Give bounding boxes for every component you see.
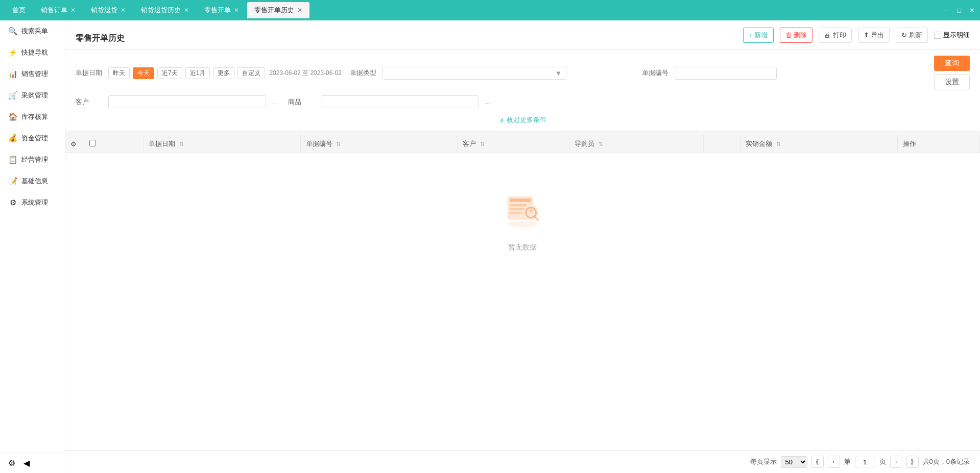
- maximize-button[interactable]: □: [957, 7, 961, 14]
- collapse-button[interactable]: ∧ 收起更多条件: [499, 115, 546, 125]
- tab-close-5[interactable]: ✕: [297, 7, 302, 14]
- product-input[interactable]: [321, 95, 479, 108]
- sidebar-icon-8: ⚙: [8, 198, 17, 207]
- collapse-label: 收起更多条件: [507, 115, 546, 125]
- sidebar-label-7: 基础信息: [21, 177, 48, 186]
- tab-2[interactable]: 销货退货 ✕: [84, 2, 133, 18]
- date-range-display: 2023-06-02 至 2023-06-02: [269, 69, 341, 78]
- display-toggle[interactable]: 显示明细: [934, 31, 970, 40]
- sidebar-item-2[interactable]: 📊销售管理: [0, 63, 65, 85]
- close-button[interactable]: ✕: [969, 7, 975, 14]
- print-button[interactable]: 🖨 打印: [819, 28, 852, 43]
- query-button[interactable]: 查询: [934, 56, 970, 71]
- customer-dots[interactable]: ...: [270, 98, 280, 106]
- empty-text: 暂无数据: [508, 243, 537, 252]
- filter-row-1: 单据日期 昨天今天近7天近1月更多自定义 2023-06-02 至 2023-0…: [76, 56, 970, 90]
- next-page-btn[interactable]: ›: [890, 456, 902, 468]
- number-label: 单据编号: [642, 68, 671, 78]
- date-btn-昨天[interactable]: 昨天: [108, 67, 130, 79]
- th-action: 操作: [897, 135, 979, 153]
- th-guide[interactable]: 导购员 ⇅: [569, 135, 703, 153]
- content-area: 零售开单历史 + 新增 🗑 删除 🖨 打印 ⬆ 导出 ↻ 刷新 显示明细 单据日…: [65, 20, 980, 473]
- date-buttons: 昨天今天近7天近1月更多自定义: [108, 67, 265, 79]
- tab-label-4: 零售开单: [204, 6, 231, 15]
- page-number-input[interactable]: 1: [855, 457, 875, 467]
- svg-rect-3: [510, 204, 527, 206]
- refresh-button[interactable]: ↻ 刷新: [896, 28, 928, 43]
- page-header: 零售开单历史 + 新增 🗑 删除 🖨 打印 ⬆ 导出 ↻ 刷新 显示明细: [65, 20, 980, 49]
- settings-icon[interactable]: ⚙: [8, 458, 15, 468]
- th-date[interactable]: 单据日期 ⇅: [144, 135, 301, 153]
- tab-close-4[interactable]: ✕: [234, 7, 239, 14]
- page-title: 零售开单历史: [76, 33, 125, 44]
- tab-close-1[interactable]: ✕: [70, 7, 76, 14]
- th-checkbox[interactable]: [84, 135, 144, 153]
- number-filter-group: 单据编号: [642, 67, 926, 80]
- th-customer[interactable]: 客户 ⇅: [458, 135, 569, 153]
- export-button[interactable]: ⬆ 导出: [858, 28, 890, 43]
- tab-0[interactable]: 首页: [5, 2, 33, 18]
- per-page-select[interactable]: 50 100 200: [781, 456, 807, 468]
- th-amount[interactable]: 实销金额 ⇅: [740, 135, 897, 153]
- th-number[interactable]: 单据编号 ⇅: [300, 135, 458, 153]
- sidebar-item-3[interactable]: 🛒采购管理: [0, 85, 65, 106]
- sidebar: 🔍搜索采单⚡快捷导航📊销售管理🛒采购管理🏠库存核算💰资金管理📋经营管理📝基础信息…: [0, 20, 65, 473]
- sidebar-item-0[interactable]: 🔍搜索采单: [0, 20, 65, 42]
- table-area: ⚙ 单据日期 ⇅ 单据编号 ⇅ 客户 ⇅: [65, 135, 980, 450]
- th-customer-sort: ⇅: [480, 141, 485, 147]
- th-amount-sort: ⇅: [776, 141, 781, 147]
- tab-label-1: 销售订单: [41, 6, 67, 15]
- date-btn-今天[interactable]: 今天: [133, 67, 154, 79]
- number-input[interactable]: [675, 67, 777, 80]
- customer-input[interactable]: [108, 95, 266, 108]
- date-btn-更多[interactable]: 更多: [213, 67, 234, 79]
- prev-page-btn[interactable]: ‹: [828, 456, 840, 468]
- collapse-sidebar-icon[interactable]: ◀: [23, 458, 30, 468]
- svg-rect-5: [510, 212, 521, 214]
- sidebar-item-7[interactable]: 📝基础信息: [0, 170, 65, 192]
- display-checkbox[interactable]: [934, 32, 941, 39]
- date-btn-自定义[interactable]: 自定义: [237, 67, 265, 79]
- filter-area: 单据日期 昨天今天近7天近1月更多自定义 2023-06-02 至 2023-0…: [65, 49, 980, 131]
- svg-point-0: [508, 221, 537, 228]
- sidebar-icon-1: ⚡: [8, 48, 17, 57]
- th-number-label: 单据编号: [306, 140, 332, 147]
- sidebar-label-6: 经营管理: [21, 155, 48, 164]
- sidebar-item-4[interactable]: 🏠库存核算: [0, 106, 65, 128]
- sidebar-icon-3: 🛒: [8, 91, 17, 100]
- table-settings-icon[interactable]: ⚙: [65, 135, 84, 153]
- add-button[interactable]: + 新增: [743, 28, 773, 43]
- type-select[interactable]: ▼: [383, 67, 566, 80]
- date-btn-近7天[interactable]: 近7天: [157, 67, 182, 79]
- tab-label-0: 首页: [12, 6, 26, 15]
- minimize-button[interactable]: —: [942, 7, 949, 14]
- main-layout: 🔍搜索采单⚡快捷导航📊销售管理🛒采购管理🏠库存核算💰资金管理📋经营管理📝基础信息…: [0, 20, 980, 473]
- sidebar-item-1[interactable]: ⚡快捷导航: [0, 42, 65, 63]
- svg-rect-2: [510, 198, 531, 202]
- date-btn-近1月[interactable]: 近1月: [185, 67, 210, 79]
- sidebar-label-4: 库存核算: [21, 112, 48, 121]
- query-settings: 查询 设置: [934, 56, 970, 90]
- sidebar-icon-0: 🔍: [8, 27, 17, 36]
- tab-bar: 首页销售订单 ✕销货退货 ✕销货退货历史 ✕零售开单 ✕零售开单历史 ✕: [5, 2, 942, 18]
- select-all-checkbox[interactable]: [89, 140, 96, 146]
- total-info: 共0页，0条记录: [923, 457, 970, 466]
- sidebar-item-5[interactable]: 💰资金管理: [0, 128, 65, 149]
- sidebar-item-6[interactable]: 📋经营管理: [0, 149, 65, 170]
- last-page-btn[interactable]: ⟫: [906, 456, 919, 468]
- tab-3[interactable]: 销货退货历史 ✕: [134, 2, 196, 18]
- tab-1[interactable]: 销售订单 ✕: [34, 2, 83, 18]
- tab-close-2[interactable]: ✕: [121, 7, 126, 14]
- sidebar-label-2: 销售管理: [21, 69, 48, 79]
- sidebar-item-8[interactable]: ⚙系统管理: [0, 192, 65, 213]
- delete-button[interactable]: 🗑 删除: [780, 28, 813, 43]
- tab-close-3[interactable]: ✕: [184, 7, 189, 14]
- customer-label: 客户: [76, 97, 104, 107]
- product-dots[interactable]: ...: [483, 98, 492, 106]
- tab-4[interactable]: 零售开单 ✕: [197, 2, 246, 18]
- tab-5[interactable]: 零售开单历史 ✕: [247, 2, 309, 18]
- sidebar-icon-6: 📋: [8, 155, 17, 164]
- settings-button[interactable]: 设置: [934, 74, 970, 90]
- first-page-btn[interactable]: ⟪: [811, 456, 824, 468]
- sidebar-icon-4: 🏠: [8, 112, 17, 121]
